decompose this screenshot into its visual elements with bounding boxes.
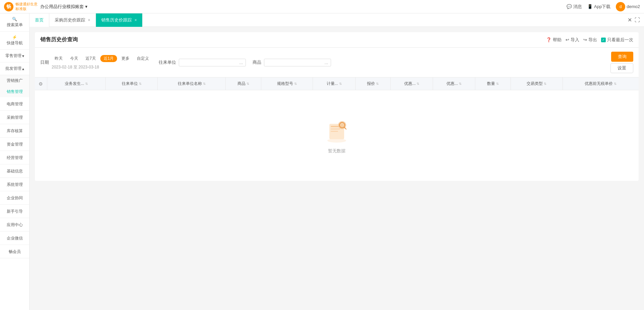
only-last-checkbox[interactable]: ✓ [601, 38, 606, 42]
th-spec[interactable]: 规格型号⇅ [261, 78, 313, 90]
date-btn-more[interactable]: 更多 [118, 55, 132, 62]
goods-input-wrap[interactable]: ... [264, 59, 331, 66]
page-header-actions: ❓ 帮助 ↩ 导入 ↪ 导出 ✓ 只看最后一次 [546, 37, 633, 43]
message-icon: 💬 [567, 4, 572, 9]
sidebar-item-operation[interactable]: 经营管理 [0, 151, 29, 164]
import-action[interactable]: ↩ 导入 [566, 37, 579, 43]
date-filter: 日期 昨天 今天 近7天 近1月 更多 自定义 2023-02-18 至 202… [40, 55, 152, 70]
sidebar-item-search-menu[interactable]: 🔍 搜索菜单 [0, 13, 29, 32]
empty-state: 暂无数据 [35, 90, 639, 181]
sidebar-item-member[interactable]: 畅会员 [0, 245, 29, 258]
partner-input[interactable] [182, 60, 239, 65]
goods-ellipsis[interactable]: ... [325, 60, 328, 65]
tab-fullscreen-icon[interactable]: ⛶ [635, 17, 640, 23]
sort-icon: ⇅ [339, 82, 342, 86]
sidebar-item-finance[interactable]: 资金管理 [0, 138, 29, 151]
th-unit[interactable]: 计量...⇅ [313, 78, 355, 90]
chevron-up-icon: ▴ [22, 66, 24, 71]
logo-text: 畅捷通好生意 标准版 [15, 2, 38, 11]
sidebar-item-app-center[interactable]: 应用中心 [0, 218, 29, 231]
tab-sales-history[interactable]: 销售历史价跟踪 × [96, 13, 143, 27]
top-bar-left: 畅 畅捷通好生意 标准版 办公用品行业模拟账套 ▾ [4, 2, 88, 11]
partner-filter: 往来单位 ... [159, 59, 246, 66]
th-partner[interactable]: 往来单位⇅ [106, 78, 158, 90]
sidebar-item-marketing[interactable]: 营销推广 [0, 75, 29, 86]
th-discount2[interactable]: 优惠...⇅ [433, 78, 475, 90]
goods-input[interactable] [267, 60, 324, 65]
tab-close-all-icon[interactable]: ✕ [628, 17, 632, 23]
sort-icon: ⇅ [459, 82, 462, 86]
th-pre-tax-price[interactable]: 优惠前无税单价⇅ [562, 78, 639, 90]
date-btn-1month[interactable]: 近1月 [100, 55, 117, 62]
empty-image [323, 117, 350, 144]
app-selector[interactable]: 办公用品行业模拟账套 ▾ [40, 4, 88, 10]
content-area: 首页 采购历史价跟踪 × 销售历史价跟踪 × ✕ ⛶ 销售历史价查询 [30, 13, 644, 310]
th-biz-date[interactable]: 业务发生...⇅ [47, 78, 106, 90]
help-action[interactable]: ❓ 帮助 [546, 37, 561, 43]
th-gear: ⚙ [35, 78, 47, 90]
page-content: 销售历史价查询 ❓ 帮助 ↩ 导入 ↪ 导出 ✓ [30, 27, 644, 310]
tab-bar-actions: ✕ ⛶ [628, 17, 644, 23]
th-discount1[interactable]: 优惠...⇅ [391, 78, 433, 90]
main-layout: 🔍 搜索菜单 ⚡ 快捷导航 零售管理 ▾ 批发管理 ▴ 营销推广 销售管理 电商… [0, 13, 644, 310]
page-title: 销售历史价查询 [40, 36, 78, 43]
sidebar-item-ecommerce[interactable]: 电商管理 [0, 97, 29, 111]
table-head: ⚙ 业务发生...⇅ 往来单位⇅ 往来单位名称⇅ [35, 78, 639, 90]
sidebar-item-quick-nav[interactable]: ⚡ 快捷导航 [0, 32, 29, 50]
sidebar-item-basic-info[interactable]: 基础信息 [0, 164, 29, 178]
logo-icon: 畅 [4, 2, 13, 11]
filter-row: 日期 昨天 今天 近7天 近1月 更多 自定义 2023-02-18 至 202… [40, 52, 633, 73]
sidebar-item-collab[interactable]: 企业协同 [0, 191, 29, 205]
sort-icon: ⇅ [247, 82, 249, 86]
chevron-down-icon: ▾ [22, 54, 24, 58]
export-action[interactable]: ↪ 导出 [583, 37, 597, 43]
message-action[interactable]: 💬 消息 [567, 4, 582, 10]
avatar: d [616, 2, 625, 11]
sidebar-item-guide[interactable]: 新手引导 [0, 205, 29, 218]
date-btn-yesterday[interactable]: 昨天 [52, 55, 66, 62]
sidebar-item-purchase[interactable]: 采购管理 [0, 111, 29, 124]
date-btn-7days[interactable]: 近7天 [83, 55, 99, 62]
sidebar-item-sales-mgmt[interactable]: 销售管理 [0, 86, 29, 97]
sidebar: 🔍 搜索菜单 ⚡ 快捷导航 零售管理 ▾ 批发管理 ▴ 营销推广 销售管理 电商… [0, 13, 30, 310]
svg-rect-4 [331, 131, 338, 132]
th-goods[interactable]: 商品⇅ [226, 78, 261, 90]
sort-icon: ⇅ [85, 82, 88, 86]
help-icon: ❓ [546, 37, 551, 42]
th-qty[interactable]: 数量⇅ [475, 78, 511, 90]
th-price[interactable]: 报价⇅ [355, 78, 391, 90]
goods-filter: 商品 ... [253, 59, 331, 66]
sort-icon: ⇅ [544, 82, 546, 86]
sidebar-item-wholesale[interactable]: 批发管理 ▴ [0, 62, 29, 75]
sort-icon: ⇅ [417, 82, 419, 86]
date-btn-custom[interactable]: 自定义 [134, 55, 152, 62]
query-button[interactable]: 查询 [611, 52, 633, 62]
logo-area: 畅 畅捷通好生意 标准版 [4, 2, 38, 11]
partner-input-wrap[interactable]: ... [179, 59, 246, 66]
sort-icon: ⇅ [614, 82, 616, 86]
download-icon: 📱 [587, 4, 593, 9]
table-wrap: ⚙ 业务发生...⇅ 往来单位⇅ 往来单位名称⇅ [35, 78, 639, 181]
tab-close-sales[interactable]: × [135, 18, 137, 22]
only-last-area: ✓ 只看最后一次 [601, 37, 633, 43]
th-trade-type[interactable]: 交易类型⇅ [511, 78, 563, 90]
sidebar-item-wechat[interactable]: 企业微信 [0, 231, 29, 245]
sidebar-item-system[interactable]: 系统管理 [0, 178, 29, 191]
partner-ellipsis[interactable]: ... [239, 60, 243, 65]
date-btn-today[interactable]: 今天 [67, 55, 81, 62]
gear-icon[interactable]: ⚙ [39, 81, 43, 87]
import-icon: ↩ [566, 37, 569, 42]
top-bar: 畅 畅捷通好生意 标准版 办公用品行业模拟账套 ▾ 💬 消息 📱 App下载 d… [0, 0, 644, 13]
sidebar-item-retail[interactable]: 零售管理 ▾ [0, 50, 29, 62]
date-range-text: 2023-02-18 至 2023-03-18 [52, 64, 152, 70]
tab-purchase-history[interactable]: 采购历史价跟踪 × [49, 13, 96, 27]
th-partner-name[interactable]: 往来单位名称⇅ [157, 78, 225, 90]
data-table: ⚙ 业务发生...⇅ 往来单位⇅ 往来单位名称⇅ [35, 78, 639, 90]
user-profile[interactable]: d demo2 [616, 2, 640, 11]
tab-close-purchase[interactable]: × [88, 18, 90, 22]
tab-bar: 首页 采购历史价跟踪 × 销售历史价跟踪 × ✕ ⛶ [30, 13, 644, 27]
sidebar-item-inventory[interactable]: 库存核算 [0, 124, 29, 138]
download-action[interactable]: 📱 App下载 [587, 4, 610, 10]
tab-home[interactable]: 首页 [30, 13, 49, 27]
settings-button[interactable]: 设置 [610, 63, 633, 73]
